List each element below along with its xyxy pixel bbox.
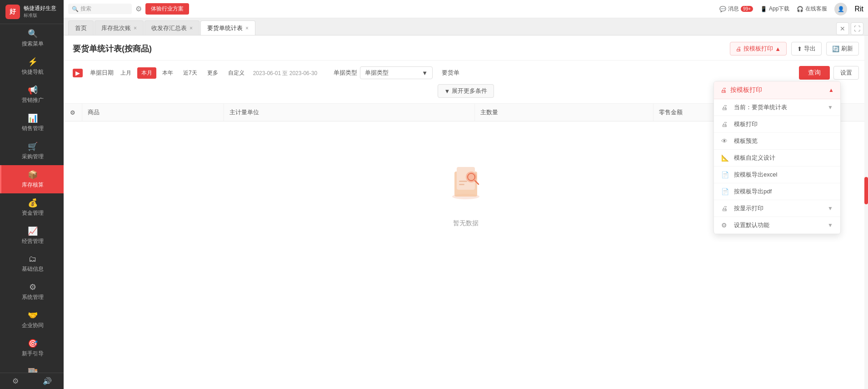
sidebar-item-marketing[interactable]: 📢 营销推广 bbox=[0, 81, 64, 109]
template-print-icon: 🖨 bbox=[721, 121, 729, 128]
date-btn-more[interactable]: 更多 bbox=[203, 67, 222, 79]
topbar-search[interactable]: 🔍 搜索 bbox=[68, 4, 132, 14]
online-service-label: 在线客服 bbox=[805, 5, 827, 13]
dropdown-current-item[interactable]: 🖨 当前：要货单统计表 ▼ bbox=[714, 99, 840, 116]
sales-icon: 📊 bbox=[28, 113, 38, 123]
sidebar-item-purchase[interactable]: 🛒 采购管理 bbox=[0, 137, 64, 165]
sidebar-item-finance[interactable]: 💰 资金管理 bbox=[0, 193, 64, 222]
export-label: 导出 bbox=[804, 45, 816, 53]
printer-icon: 🖨 bbox=[736, 45, 742, 52]
tab-close-all-btn[interactable]: ✕ bbox=[836, 22, 849, 35]
page-header-actions: 🖨 按模板打印 ▲ ⬆ 导出 🔄 刷新 bbox=[730, 42, 859, 56]
sidebar-item-basic[interactable]: 🗂 基础信息 bbox=[0, 250, 64, 278]
dropdown-header[interactable]: 🖨 按模板打印 ▲ bbox=[714, 81, 840, 99]
default-func-label: 设置默认功能 bbox=[734, 221, 769, 229]
export-btn[interactable]: ⬆ 导出 bbox=[791, 42, 822, 56]
dropdown-title: 按模板打印 bbox=[730, 86, 762, 94]
sidebar-item-operations[interactable]: 📈 经营管理 bbox=[0, 222, 64, 250]
topbar-gear-icon[interactable]: ⚙ bbox=[135, 5, 142, 13]
tab-home-label: 首页 bbox=[75, 24, 87, 32]
sidebar-item-newbie[interactable]: 🎯 新手引导 bbox=[0, 334, 64, 362]
sidebar-item-system[interactable]: ⚙ 系统管理 bbox=[0, 278, 64, 306]
sidebar-item-quick-nav[interactable]: ⚡ 快捷导航 bbox=[0, 52, 64, 81]
date-btn-year[interactable]: 本年 bbox=[158, 67, 177, 79]
sidebar-item-sales[interactable]: 📊 销售管理 bbox=[0, 109, 64, 137]
sound-icon[interactable]: 🔊 bbox=[43, 377, 52, 385]
type-select[interactable]: 单据类型 ▼ bbox=[360, 66, 433, 79]
date-btn-7days[interactable]: 近7天 bbox=[179, 67, 201, 79]
filter-expand-icon[interactable]: ▶ bbox=[73, 69, 83, 77]
topbar: 🔍 搜索 ⚙ 体验行业方案 💬 消息 99+ 📱 App下载 🎧 在线客服 👤 … bbox=[64, 0, 868, 18]
dropdown-template-preview[interactable]: 👁 模板预览 bbox=[714, 133, 840, 150]
tab-order-stats[interactable]: 要货单统计表 × bbox=[200, 20, 255, 35]
svg-rect-7 bbox=[459, 184, 464, 185]
sidebar-logo: 好 畅捷通好生意 标准版 bbox=[0, 0, 64, 24]
export-excel-icon: 📄 bbox=[721, 171, 729, 178]
messages-item[interactable]: 💬 消息 99+ bbox=[719, 5, 753, 13]
settings-bottom-icon[interactable]: ⚙ bbox=[12, 377, 19, 385]
date-btn-prev[interactable]: 上月 bbox=[116, 67, 135, 79]
query-btn[interactable]: 查询 bbox=[799, 66, 830, 80]
online-service-item[interactable]: 🎧 在线客服 bbox=[797, 5, 827, 13]
dropdown-export-excel[interactable]: 📄 按模板导出excel bbox=[714, 167, 840, 183]
appstore-icon: 🏬 bbox=[28, 367, 38, 373]
tab-home[interactable]: 首页 bbox=[68, 20, 94, 35]
dropdown-display-print[interactable]: 🖨 按显示打印 ▼ bbox=[714, 200, 840, 217]
date-range: 2023-06-01 至 2023-06-30 bbox=[253, 70, 317, 77]
empty-illustration bbox=[443, 158, 489, 203]
filter-settings-btn[interactable]: 设置 bbox=[833, 66, 859, 80]
sidebar-scroll: 🔍 搜索菜单 ⚡ 快捷导航 📢 营销推广 📊 销售管理 🛒 采购管理 📦 库存核… bbox=[0, 24, 64, 373]
industry-btn[interactable]: 体验行业方案 bbox=[145, 3, 189, 15]
sidebar-item-label: 经营管理 bbox=[22, 237, 44, 245]
template-design-label: 模板自定义设计 bbox=[734, 154, 775, 162]
svg-rect-6 bbox=[459, 181, 467, 182]
display-print-chevron: ▼ bbox=[828, 205, 833, 212]
tab-expand-btn[interactable]: ⛶ bbox=[851, 22, 863, 35]
expand-label: 展开更多条件 bbox=[452, 87, 487, 95]
date-btn-cur[interactable]: 本月 bbox=[137, 67, 156, 79]
sidebar-item-label: 新手引导 bbox=[22, 350, 44, 358]
sidebar-item-collab[interactable]: 🤝 企业协同 bbox=[0, 306, 64, 334]
tab-receipt-summary-label: 收发存汇总表 bbox=[151, 24, 187, 32]
inventory-icon: 📦 bbox=[28, 170, 38, 180]
print-header-icon: 🖨 bbox=[720, 86, 727, 94]
dropdown-template-print[interactable]: 🖨 模板打印 bbox=[714, 116, 840, 133]
date-btn-custom[interactable]: 自定义 bbox=[224, 67, 249, 79]
sidebar-item-appstore[interactable]: 🏬 应用中心 bbox=[0, 362, 64, 373]
filter-date-item: 单据日期 上月 本月 本年 近7天 更多 自定义 2023-06-01 至 20… bbox=[90, 67, 317, 79]
display-print-icon: 🖨 bbox=[721, 205, 729, 212]
tab-receipt-summary[interactable]: 收发存汇总表 × bbox=[145, 20, 200, 35]
logo-icon: 好 bbox=[5, 5, 20, 19]
refresh-btn[interactable]: 🔄 刷新 bbox=[826, 42, 859, 56]
tab-inventory-batch[interactable]: 库存批次账 × bbox=[95, 20, 144, 35]
export-excel-label: 按模板导出excel bbox=[734, 171, 777, 179]
dropdown-export-pdf[interactable]: 📄 按模板导出pdf bbox=[714, 183, 840, 200]
template-print-label: 模板打印 bbox=[734, 120, 758, 128]
finance-icon: 💰 bbox=[28, 198, 38, 208]
logo-sub: 标准版 bbox=[24, 12, 56, 19]
filter-type-item: 单据类型 单据类型 ▼ bbox=[334, 66, 433, 79]
expand-more-btn[interactable]: ▼ 展开更多条件 bbox=[438, 84, 494, 98]
sidebar-item-label: 企业协同 bbox=[22, 322, 44, 329]
tab-receipt-summary-close[interactable]: × bbox=[190, 25, 193, 31]
tab-inventory-batch-label: 库存批次账 bbox=[101, 24, 131, 32]
print-btn[interactable]: 🖨 按模板打印 ▲ bbox=[730, 42, 787, 56]
tab-order-stats-close[interactable]: × bbox=[245, 25, 249, 31]
sidebar-item-label: 库存核算 bbox=[22, 181, 44, 189]
app-download-label: App下载 bbox=[769, 5, 789, 13]
dropdown-default-func[interactable]: ⚙ 设置默认功能 ▼ bbox=[714, 217, 840, 234]
quick-nav-icon: ⚡ bbox=[28, 57, 38, 67]
scroll-thumb[interactable] bbox=[864, 177, 868, 204]
display-print-label: 按显示打印 bbox=[734, 204, 763, 212]
avatar[interactable]: 👤 bbox=[834, 3, 847, 15]
tab-inventory-batch-close[interactable]: × bbox=[134, 25, 137, 31]
dropdown-chevron-icon: ▲ bbox=[828, 87, 834, 93]
phone-icon: 📱 bbox=[760, 6, 767, 12]
template-preview-label: 模板预览 bbox=[734, 137, 758, 145]
col-settings[interactable]: ⚙ bbox=[64, 104, 82, 121]
sidebar-item-inventory[interactable]: 📦 库存核算 bbox=[0, 165, 64, 193]
app-download-item[interactable]: 📱 App下载 bbox=[760, 5, 789, 13]
logo-title: 畅捷通好生意 bbox=[24, 5, 56, 12]
dropdown-template-design[interactable]: 📐 模板自定义设计 bbox=[714, 150, 840, 167]
sidebar-item-search[interactable]: 🔍 搜索菜单 bbox=[0, 24, 64, 52]
